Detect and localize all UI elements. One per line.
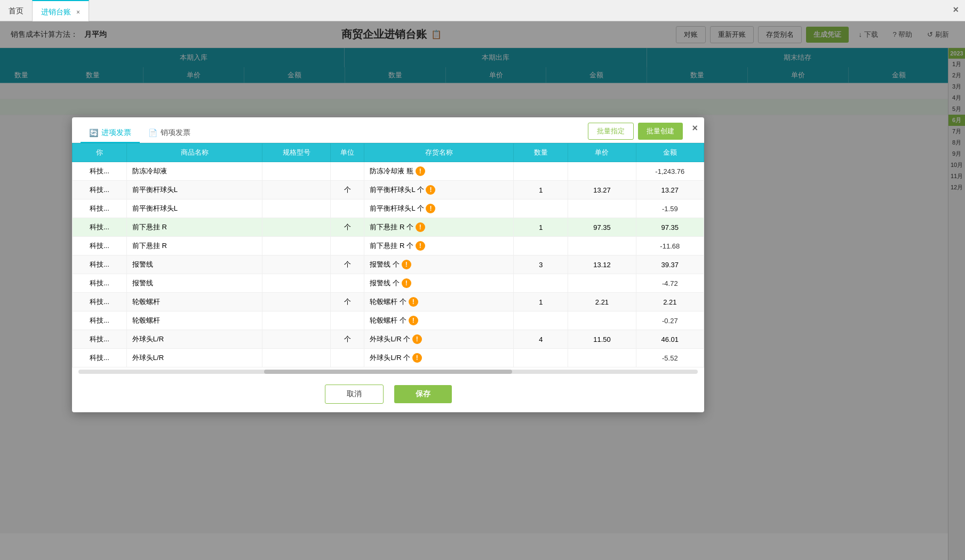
table-row[interactable]: 科技...轮毂螺杆个轮毂螺杆 个 !12.212.21 <box>73 293 704 311</box>
table-row[interactable]: 科技...轮毂螺杆轮毂螺杆 个 !-0.27 <box>73 311 704 330</box>
table-row[interactable]: 科技...前下悬挂 R个前下悬挂 R 个 !197.3597.35 <box>73 218 704 237</box>
warn-icon: ! <box>416 166 425 176</box>
tab-ledger[interactable]: 进销台账 × <box>32 0 89 21</box>
in-invoice-icon: 🔄 <box>89 129 98 137</box>
warn-icon: ! <box>416 241 425 251</box>
table-row[interactable]: 科技...外球头L/R个外球头L/R 个 !411.5046.01 <box>73 330 704 349</box>
col-header-amount: 金额 <box>636 143 704 162</box>
col-header-product-name: 商品名称 <box>126 143 262 162</box>
modal-close-button[interactable]: × <box>692 123 698 134</box>
modal-footer: 取消 保存 <box>72 376 704 412</box>
warn-icon: ! <box>402 260 411 269</box>
table-row[interactable]: 科技...前平衡杆球头L前平衡杆球头L 个 !-1.59 <box>73 199 704 218</box>
tab-bar: 首页 进销台账 × × <box>0 0 965 21</box>
main-page: 销售成本计算方法： 月平均 商贸企业进销台账 📋 对账 重新开账 存货别名 生成… <box>0 21 965 560</box>
window-close-button[interactable]: × <box>953 4 959 15</box>
out-invoice-icon: 📄 <box>148 129 157 137</box>
warn-icon: ! <box>412 353 422 363</box>
modal-scrollbar-thumb <box>264 370 512 374</box>
modal-tab-out-invoice[interactable]: 📄 销项发票 <box>140 124 199 143</box>
batch-create-button[interactable]: 批量创建 <box>638 123 683 140</box>
col-header-stock-name: 存货名称 <box>364 143 514 162</box>
table-row[interactable]: 科技...外球头L/R外球头L/R 个 !-5.52 <box>73 349 704 367</box>
table-row[interactable]: 科技...报警线个报警线 个 !313.1239.37 <box>73 255 704 274</box>
tab-close-ledger[interactable]: × <box>76 9 80 16</box>
warn-icon: ! <box>409 316 418 325</box>
col-header-spec: 规格型号 <box>262 143 330 162</box>
batch-assign-button[interactable]: 批量指定 <box>588 123 634 140</box>
modal-tab-in-invoice[interactable]: 🔄 进项发票 <box>81 124 140 143</box>
warn-icon: ! <box>409 297 418 307</box>
tab-home[interactable]: 首页 <box>0 0 32 21</box>
col-header-supplier: 你 <box>73 143 127 162</box>
save-button[interactable]: 保存 <box>394 385 452 403</box>
modal-header-actions: 批量指定 批量创建 <box>588 123 683 140</box>
col-header-price: 单价 <box>568 143 636 162</box>
modal-table-wrap[interactable]: 你 商品名称 规格型号 单位 存货名称 数量 单价 金额 科技...防冻冷却液防… <box>72 143 704 367</box>
modal-header: 🔄 进项发票 📄 销项发票 批量指定 批量创建 × <box>72 117 704 143</box>
warn-icon: ! <box>426 185 435 195</box>
col-header-qty: 数量 <box>514 143 568 162</box>
table-row[interactable]: 科技...前下悬挂 R前下悬挂 R 个 !-11.68 <box>73 237 704 255</box>
cancel-button[interactable]: 取消 <box>325 385 384 404</box>
table-row[interactable]: 科技...防冻冷却液防冻冷却液 瓶 !-1,243.76 <box>73 162 704 181</box>
modal-table: 你 商品名称 规格型号 单位 存货名称 数量 单价 金额 科技...防冻冷却液防… <box>72 143 704 367</box>
warn-icon: ! <box>402 278 411 288</box>
col-header-unit: 单位 <box>330 143 364 162</box>
warn-icon: ! <box>412 334 422 344</box>
table-row[interactable]: 科技...报警线报警线 个 !-4.72 <box>73 274 704 293</box>
modal-scrollbar[interactable] <box>78 370 698 374</box>
warn-icon: ! <box>416 222 425 232</box>
modal-table-header-row: 你 商品名称 规格型号 单位 存货名称 数量 单价 金额 <box>73 143 704 162</box>
modal-dialog: 🔄 进项发票 📄 销项发票 批量指定 批量创建 × 你 商品名称 规格型号 <box>72 117 704 412</box>
warn-icon: ! <box>426 204 435 213</box>
table-row[interactable]: 科技...前平衡杆球头L个前平衡杆球头L 个 !113.2713.27 <box>73 181 704 199</box>
